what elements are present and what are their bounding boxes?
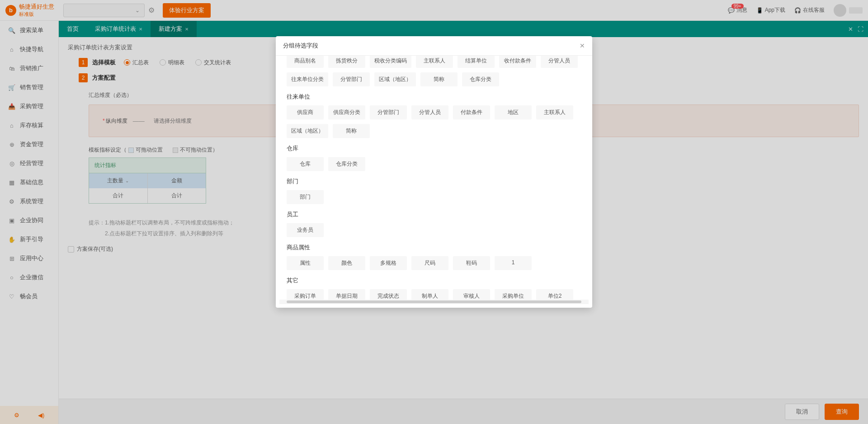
- field-chip[interactable]: 结算单位: [458, 56, 495, 68]
- modal-overlay: 分组待选字段 ✕ 商品别名拣货秩分税收分类编码主联系人结算单位收付款条件分管人员…: [0, 0, 868, 424]
- field-chip[interactable]: 颜色: [328, 256, 365, 270]
- field-selector-modal: 分组待选字段 ✕ 商品别名拣货秩分税收分类编码主联系人结算单位收付款条件分管人员…: [276, 36, 592, 308]
- field-chip[interactable]: 简称: [333, 124, 370, 138]
- field-chip[interactable]: 分管部门: [333, 72, 370, 86]
- field-chip[interactable]: 分管部门: [370, 105, 407, 119]
- field-chip[interactable]: 仓库分类: [462, 72, 499, 86]
- field-chip[interactable]: 地区: [495, 105, 532, 119]
- field-chip[interactable]: 单据日期: [328, 289, 365, 300]
- modal-title: 分组待选字段: [283, 42, 318, 50]
- field-chip[interactable]: 属性: [287, 256, 324, 270]
- field-group-title: 员工: [287, 210, 581, 219]
- field-chip[interactable]: 主联系人: [536, 105, 573, 119]
- field-group-title: 仓库: [287, 144, 581, 152]
- field-chip[interactable]: 分管人员: [411, 105, 448, 119]
- close-icon[interactable]: ✕: [580, 42, 585, 49]
- field-chip[interactable]: 简称: [420, 72, 458, 86]
- field-chip[interactable]: 商品别名: [287, 56, 324, 68]
- field-chip[interactable]: 采购单位: [495, 289, 532, 300]
- field-chip[interactable]: 供应商: [287, 105, 324, 119]
- field-chip[interactable]: 尺码: [411, 256, 448, 270]
- field-chip[interactable]: 供应商分类: [328, 105, 365, 119]
- modal-body: 商品别名拣货秩分税收分类编码主联系人结算单位收付款条件分管人员往来单位分类分管部…: [276, 56, 592, 300]
- field-chip[interactable]: 审核人: [453, 289, 490, 300]
- field-chip[interactable]: 多规格: [370, 256, 407, 270]
- field-chip[interactable]: 拣货秩分: [328, 56, 365, 68]
- field-chip[interactable]: 税收分类编码: [370, 56, 411, 68]
- field-chip[interactable]: 部门: [287, 190, 324, 204]
- field-chip[interactable]: 分管人员: [541, 56, 578, 68]
- field-chip[interactable]: 仓库: [287, 157, 324, 171]
- field-group-title: 往来单位: [287, 93, 581, 101]
- field-chip[interactable]: 完成状态: [370, 289, 407, 300]
- field-chip[interactable]: 制单人: [411, 289, 448, 300]
- field-chip[interactable]: 业务员: [287, 223, 324, 237]
- field-chip[interactable]: 区域（地区）: [374, 72, 416, 86]
- field-chip[interactable]: 区域（地区）: [287, 124, 328, 138]
- field-chip[interactable]: 1: [495, 256, 532, 270]
- field-chip[interactable]: 付款条件: [453, 105, 490, 119]
- field-group-title: 商品属性: [287, 243, 581, 252]
- field-chip[interactable]: 仓库分类: [328, 157, 365, 171]
- field-chip[interactable]: 往来单位分类: [287, 72, 328, 86]
- field-group-title: 其它: [287, 276, 581, 285]
- field-chip[interactable]: 收付款条件: [499, 56, 536, 68]
- field-chip[interactable]: 采购订单: [287, 289, 324, 300]
- field-chip[interactable]: 单位2: [536, 289, 573, 300]
- field-chip[interactable]: 鞋码: [453, 256, 490, 270]
- horizontal-scrollbar[interactable]: [279, 300, 589, 304]
- field-chip[interactable]: 主联系人: [416, 56, 453, 68]
- field-group-title: 部门: [287, 177, 581, 186]
